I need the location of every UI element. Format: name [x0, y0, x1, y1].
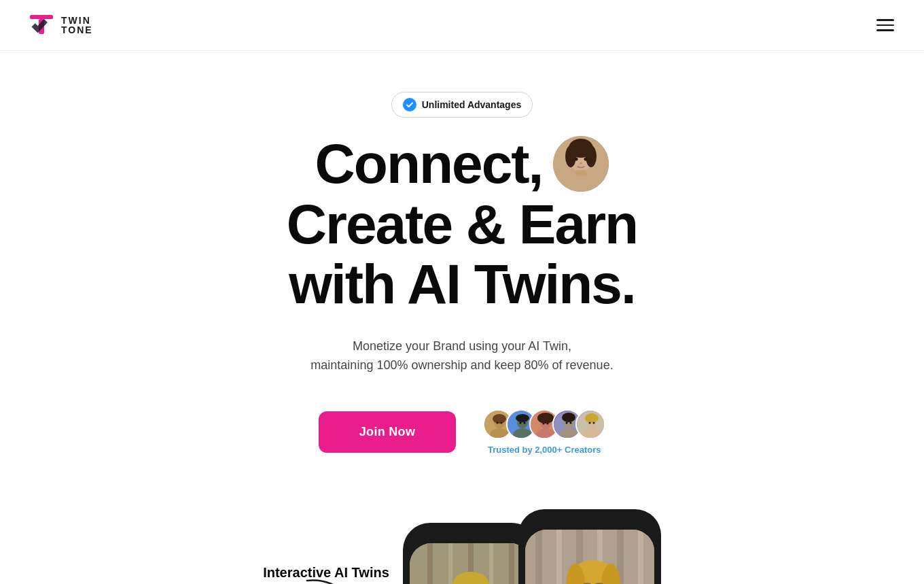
svg-point-30	[547, 423, 549, 425]
phones-wrapper	[403, 509, 661, 584]
svg-point-42	[593, 422, 595, 424]
svg-point-28	[537, 413, 554, 424]
svg-point-10	[575, 158, 578, 161]
hero-line1: Connect,	[287, 134, 637, 194]
header: TWIN TONE	[0, 0, 924, 51]
social-proof: Trusted by 2,000+ Creators	[483, 409, 605, 455]
person2-image	[410, 543, 532, 584]
svg-point-34	[562, 413, 575, 422]
arrow-icon	[304, 577, 365, 584]
phone-screen-large	[525, 530, 654, 584]
hero-line2-text: Create & Earn	[287, 193, 637, 255]
hero-line3-text: with AI Twins.	[289, 253, 635, 315]
logo-line1: TWIN	[61, 16, 93, 25]
advantages-badge: Unlimited Advantages	[391, 92, 533, 118]
svg-point-12	[580, 162, 582, 165]
hero-line1-text: Connect,	[315, 134, 543, 194]
phone-notch-large	[563, 521, 617, 530]
subtitle-line2: maintaining 100% ownership and keep 80% …	[310, 358, 613, 372]
svg-point-24	[524, 422, 526, 424]
svg-rect-0	[30, 15, 53, 19]
hamburger-line1	[876, 19, 894, 21]
svg-point-18	[501, 422, 503, 424]
trusted-text: Trusted by 2,000+ Creators	[488, 445, 601, 455]
svg-point-22	[516, 414, 529, 422]
svg-point-7	[586, 145, 597, 167]
badge-text: Unlimited Advantages	[422, 99, 522, 110]
hamburger-line2	[876, 24, 894, 27]
logo-line2: TONE	[61, 25, 93, 35]
hero-heading-wrapper: Connect,	[287, 134, 637, 315]
hero-line3: with AI Twins.	[287, 254, 637, 315]
hero-avatar-image	[553, 136, 609, 192]
svg-point-17	[497, 422, 499, 424]
svg-point-41	[589, 422, 591, 424]
svg-point-36	[570, 422, 572, 424]
logo-icon	[27, 11, 56, 39]
svg-point-29	[543, 423, 545, 425]
svg-point-40	[585, 413, 599, 423]
person1-image	[525, 530, 654, 584]
logo-text: TWIN TONE	[61, 16, 93, 35]
main-content: Unlimited Advantages Connect,	[0, 51, 924, 584]
avatars-stack	[483, 409, 605, 439]
cta-section: Join Now	[319, 409, 605, 455]
subtitle-line1: Monetize your Brand using your AI Twin,	[353, 339, 571, 353]
svg-point-16	[493, 414, 506, 424]
logo[interactable]: TWIN TONE	[27, 11, 93, 39]
svg-point-11	[584, 158, 588, 161]
phone-section: Interactive AI Twins	[0, 496, 924, 584]
phone-large	[518, 509, 661, 584]
svg-point-6	[565, 145, 576, 167]
phone-screen-small	[410, 543, 532, 584]
phone-notch-small	[444, 535, 498, 543]
check-badge-icon	[403, 98, 416, 111]
hero-subtitle: Monetize your Brand using your AI Twin, …	[310, 337, 613, 376]
hero-avatar	[553, 136, 609, 192]
svg-point-23	[520, 422, 522, 424]
join-now-button[interactable]: Join Now	[319, 411, 456, 453]
interactive-label-area: Interactive AI Twins	[263, 565, 389, 584]
menu-button[interactable]	[874, 16, 897, 34]
creator-avatar-5	[575, 409, 605, 439]
svg-point-35	[566, 422, 568, 424]
hamburger-line3	[876, 29, 894, 31]
hero-heading: Connect,	[287, 134, 637, 315]
hero-line2: Create & Earn	[287, 194, 637, 255]
